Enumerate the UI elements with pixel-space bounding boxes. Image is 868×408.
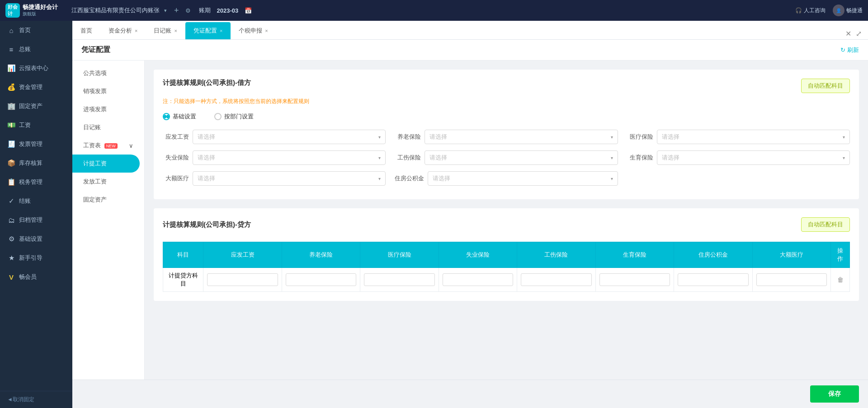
input-pension[interactable]	[286, 273, 356, 286]
major-medical-label: 大额医疗	[163, 174, 189, 183]
pension-select[interactable]: 请选择 ▾	[425, 130, 618, 144]
sidebar-item-home[interactable]: ⌂ 首页	[0, 21, 72, 40]
period-value[interactable]: 2023-03	[217, 7, 239, 14]
input-medical[interactable]	[364, 273, 434, 286]
radio-basic[interactable]: 基础设置	[163, 113, 196, 121]
sub-nav-sales[interactable]: 销项发票	[72, 82, 144, 100]
sub-nav-journal[interactable]: 日记账	[72, 118, 144, 136]
radio-by-dept[interactable]: 按部门设置	[214, 113, 254, 121]
sidebar-item-ledger[interactable]: ≡ 总账	[0, 40, 72, 59]
sidebar-item-tax[interactable]: 📋 税务管理	[0, 173, 72, 192]
sidebar-item-invoices[interactable]: 🧾 发票管理	[0, 135, 72, 154]
debit-auto-match-button[interactable]: 自动匹配科目	[801, 79, 850, 93]
sidebar-item-reports[interactable]: 📊 云报表中心	[0, 59, 72, 78]
col-major-medical: 大额医疗	[752, 242, 830, 268]
sidebar-item-label: 畅会员	[19, 273, 37, 281]
logo-icon: 好会计	[5, 3, 20, 18]
sub-nav-public[interactable]: 公共选项	[72, 64, 144, 82]
tab-home[interactable]: 首页	[72, 22, 100, 39]
sidebar-item-label: 云报表中心	[19, 64, 48, 72]
form-item-pension: 养老保险 请选择 ▾	[395, 130, 618, 144]
tab-close-icon[interactable]: ×	[135, 28, 137, 33]
dropdown-arrow-icon: ▾	[378, 176, 381, 181]
save-button[interactable]: 保存	[810, 385, 859, 403]
sidebar-item-closing[interactable]: ✓ 结账	[0, 192, 72, 211]
company-dropdown-icon[interactable]: ▾	[164, 8, 167, 14]
tab-close-icon[interactable]: ×	[220, 28, 222, 33]
housing-fund-select[interactable]: 请选择 ▾	[428, 171, 618, 186]
sub-nav-payroll-table[interactable]: 工资表 NEW ∨	[72, 136, 144, 155]
input-major-medical[interactable]	[756, 273, 827, 286]
save-bar: 保存	[72, 380, 868, 408]
major-medical-select[interactable]: 请选择 ▾	[193, 171, 386, 186]
avatar: 👤	[833, 5, 844, 16]
sidebar-item-assets[interactable]: 🏢 固定资产	[0, 97, 72, 116]
input-housing-fund[interactable]	[678, 273, 748, 286]
input-maternity[interactable]	[599, 273, 670, 286]
tab-voucher[interactable]: 凭证配置 ×	[185, 22, 231, 39]
dropdown-arrow-icon: ▾	[378, 135, 381, 140]
gross-salary-select[interactable]: 请选择 ▾	[193, 130, 386, 144]
sub-nav-payroll-calc[interactable]: 计提工资	[72, 155, 140, 173]
input-unemployment[interactable]	[443, 273, 513, 286]
sidebar-item-label: 库存核算	[19, 159, 42, 167]
unpin-button[interactable]: ◄取消固定	[0, 391, 72, 408]
maternity-select[interactable]: 请选择 ▾	[657, 150, 850, 165]
table-header-row: 科目 应发工资 养老保险 医疗保险 失业保险 工伤保险 生育保险 住房公积金 大…	[163, 242, 850, 268]
tab-tax[interactable]: 个税申报 ×	[231, 22, 276, 39]
col-subject: 科目	[163, 242, 203, 268]
col-unemployment: 失业保险	[439, 242, 517, 268]
input-gross-salary[interactable]	[207, 273, 278, 286]
company-name: 江西服宝精品有限责任公司内账张	[71, 6, 160, 14]
cell-pension	[282, 268, 360, 292]
tab-label: 资金分析	[108, 27, 132, 35]
headset-icon: 🎧	[795, 7, 802, 14]
sub-nav-fixed-assets[interactable]: 固定资产	[72, 191, 144, 209]
tab-label: 凭证配置	[193, 27, 217, 35]
tab-close-icon[interactable]: ×	[174, 28, 177, 33]
input-injury[interactable]	[521, 273, 591, 286]
reports-icon: 📊	[7, 64, 15, 72]
col-gross-salary: 应发工资	[203, 242, 282, 268]
refresh-label: 刷新	[847, 46, 859, 54]
calendar-icon[interactable]: 📅	[245, 7, 252, 14]
debit-section: 自动匹配科目 计提核算规则(公司承担)-借方 注：只能选择一种方式，系统将按照您…	[154, 70, 859, 199]
maximize-window-button[interactable]: ⤢	[856, 30, 862, 38]
tab-funds[interactable]: 资金分析 ×	[100, 22, 146, 39]
support-button[interactable]: 🎧 人工咨询	[795, 7, 826, 14]
tab-close-icon[interactable]: ×	[265, 28, 268, 33]
app-logo: 好会计 畅捷通好会计 旗舰版	[5, 3, 58, 18]
sidebar-item-inventory[interactable]: 📦 库存核算	[0, 154, 72, 173]
table-row: 计提贷方科目 🗑	[163, 268, 850, 292]
close-window-button[interactable]: ✕	[845, 30, 851, 38]
sidebar-item-archive[interactable]: 🗂 归档管理	[0, 211, 72, 230]
refresh-button[interactable]: ↻ 刷新	[840, 46, 859, 54]
main-content: 自动匹配科目 计提核算规则(公司承担)-借方 注：只能选择一种方式，系统将按照您…	[145, 61, 868, 380]
radio-basic-label: 基础设置	[173, 113, 196, 121]
user-button[interactable]: 👤 畅捷通	[833, 5, 863, 16]
credit-auto-match-button[interactable]: 自动匹配科目	[801, 217, 850, 232]
dropdown-arrow-icon: ▾	[611, 176, 613, 181]
unemployment-select[interactable]: 请选择 ▾	[193, 150, 386, 165]
injury-select[interactable]: 请选择 ▾	[425, 150, 618, 165]
tab-journal[interactable]: 日记账 ×	[146, 22, 185, 39]
sidebar-item-label: 新手引导	[19, 254, 42, 262]
sidebar-item-guide[interactable]: ★ 新手引导	[0, 249, 72, 267]
sidebar-item-settings[interactable]: ⚙ 基础设置	[0, 230, 72, 249]
settings-icon[interactable]: ⚙	[185, 7, 191, 14]
delete-row-button[interactable]: 🗑	[837, 276, 844, 283]
form-item-unemployment: 失业保险 请选择 ▾	[163, 150, 386, 165]
ledger-icon: ≡	[7, 46, 15, 53]
sidebar-item-salary[interactable]: 💵 工资	[0, 116, 72, 135]
debit-note: 注：只能选择一种方式，系统将按照您当前的选择来配置规则	[163, 98, 850, 105]
sub-nav-payroll-pay[interactable]: 发放工资	[72, 173, 144, 191]
col-medical: 医疗保险	[360, 242, 439, 268]
sidebar-item-funds[interactable]: 💰 资金管理	[0, 78, 72, 97]
sidebar-item-member[interactable]: V 畅会员	[0, 267, 72, 286]
closing-icon: ✓	[7, 197, 15, 205]
dropdown-arrow-icon: ▾	[843, 135, 845, 140]
sub-nav-purchase[interactable]: 进项发票	[72, 100, 144, 118]
medical-select[interactable]: 请选择 ▾	[657, 130, 850, 144]
sub-nav: 公共选项 销项发票 进项发票 日记账 工资表 NEW ∨ 计提工资 发放工资 固…	[72, 61, 145, 380]
add-button[interactable]: +	[174, 6, 179, 15]
